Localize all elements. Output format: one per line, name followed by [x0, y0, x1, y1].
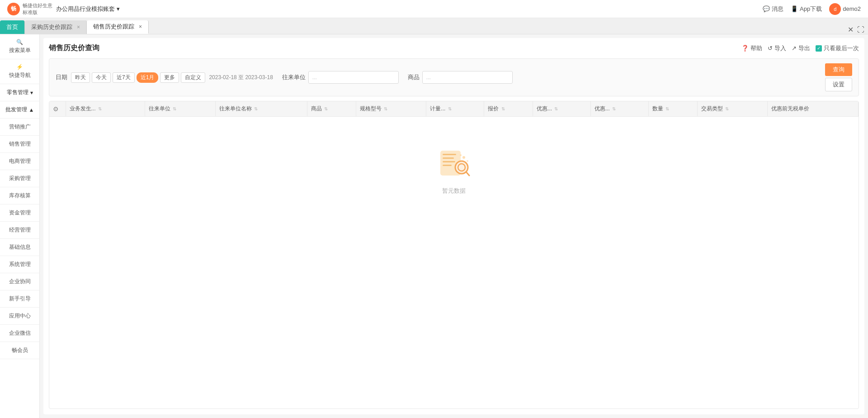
sidebar-item-search-menu[interactable]: 🔍 搜索菜单 — [0, 34, 39, 59]
sort-arrows-6[interactable]: ⇅ — [448, 106, 452, 111]
import-icon: ↺ — [768, 45, 773, 52]
tab-purchase-history[interactable]: 采购历史价跟踪 × — [25, 20, 87, 34]
sidebar-item-purchase[interactable]: 采购管理 — [0, 170, 39, 187]
tab-sales-close-icon[interactable]: × — [139, 24, 142, 30]
gear-icon: ⚙ — [53, 105, 59, 113]
tab-home[interactable]: 首页 — [0, 20, 25, 34]
sidebar-item-corp-agreement[interactable]: 企业协同 — [0, 273, 39, 290]
date-btn-today[interactable]: 今天 — [92, 72, 111, 83]
col-goods-label: 商品 — [311, 105, 322, 112]
col-trade-type-label: 交易类型 — [701, 105, 723, 112]
svg-point-8 — [462, 156, 465, 159]
goods-label: 商品 — [408, 73, 420, 81]
sidebar-item-basic-info[interactable]: 基础信息 — [0, 239, 39, 256]
svg-point-9 — [467, 160, 468, 162]
svg-rect-3 — [443, 161, 455, 162]
sort-arrows-7[interactable]: ⇅ — [501, 106, 505, 111]
message-button[interactable]: 💬 消息 — [763, 5, 783, 13]
data-table: ⚙ 业务发生... ⇅ 往来单位 ⇅ 往来单位名称 — [49, 101, 859, 117]
sort-arrows-10[interactable]: ⇅ — [665, 106, 669, 111]
chevron-down-icon: ▾ — [30, 90, 33, 96]
col-pre-tax-price: 优惠前无税单价 — [768, 101, 859, 117]
import-button[interactable]: ↺ 导入 — [768, 44, 786, 52]
col-settings[interactable]: ⚙ — [49, 101, 66, 117]
tab-purchase-close-icon[interactable]: × — [77, 24, 80, 30]
sort-arrows-3[interactable]: ⇅ — [254, 106, 258, 111]
sidebar-item-finance[interactable]: 资金管理 — [0, 204, 39, 222]
sidebar-item-sys-settings[interactable]: 系统管理 — [0, 256, 39, 273]
col-qty-label: 数量 — [652, 105, 663, 112]
sidebar-item-inventory[interactable]: 库存核算 — [0, 187, 39, 204]
sidebar-item-operations[interactable]: 经营管理 — [0, 222, 39, 239]
col-spec: 规格型号 ⇅ — [356, 101, 426, 117]
tab-bar-right: ✕ ⛶ — [848, 25, 868, 34]
app-download-button[interactable]: 📱 App下载 — [791, 5, 822, 13]
page-container: 销售历史价查询 ❓ 帮助 ↺ 导入 ↗ 导出 — [43, 38, 864, 414]
title-actions: ❓ 帮助 ↺ 导入 ↗ 导出 ✓ 只看最后一 — [741, 44, 859, 52]
sort-arrows-5[interactable]: ⇅ — [384, 106, 387, 111]
export-button[interactable]: ↗ 导出 — [792, 44, 810, 52]
tab-fullscreen-button[interactable]: ⛶ — [857, 26, 864, 34]
main-layout: 🔍 搜索菜单 ⚡ 快捷导航 零售管理 ▾ 批发管理 ▲ 营销推广 销售管理 电商… — [0, 34, 868, 418]
partner-filter-group: 往来单位 — [282, 71, 399, 84]
col-partner-name-label: 往来单位名称 — [219, 105, 252, 112]
empty-state: 暂元数据 — [49, 117, 859, 222]
date-btn-1month[interactable]: 近1月 — [137, 72, 159, 83]
col-partner-code: 往来单位 ⇅ — [145, 101, 215, 117]
svg-line-7 — [466, 172, 469, 176]
date-btn-more[interactable]: 更多 — [160, 72, 179, 83]
app-selector[interactable]: 办公用品行业模拟账套 ▾ — [56, 5, 120, 13]
col-qty: 数量 ⇅ — [648, 101, 697, 117]
goods-input[interactable] — [422, 71, 513, 84]
tab-sales-history[interactable]: 销售历史价跟踪 × — [87, 20, 149, 34]
date-btn-7days[interactable]: 近7天 — [113, 72, 135, 83]
sort-arrows[interactable]: ⇅ — [98, 106, 102, 111]
sidebar-item-marketing[interactable]: 营销推广 — [0, 119, 39, 136]
sidebar-item-app-center[interactable]: 应用中心 — [0, 308, 39, 325]
logo-text: 畅捷信好生意 标准版 — [23, 2, 52, 15]
avatar: d — [829, 3, 841, 15]
col-partner-name: 往来单位名称 ⇅ — [215, 101, 307, 117]
sort-arrows-4[interactable]: ⇅ — [324, 106, 328, 111]
top-bar: 畅 畅捷信好生意 标准版 办公用品行业模拟账套 ▾ 💬 消息 📱 App下载 d… — [0, 0, 868, 18]
search-icon: 🔍 — [16, 39, 23, 45]
col-discount2-label: 优惠... — [594, 105, 610, 112]
col-quote: 报价 ⇅ — [484, 101, 533, 117]
only-last-checkbox-label: ✓ 只看最后一次 — [816, 44, 859, 52]
svg-point-10 — [460, 154, 462, 156]
sidebar-item-ecommerce[interactable]: 电商管理 — [0, 153, 39, 170]
sort-arrows-11[interactable]: ⇅ — [725, 106, 729, 111]
tab-close-all-button[interactable]: ✕ — [848, 25, 854, 34]
empty-text: 暂元数据 — [442, 187, 466, 195]
filter-action-buttons: 查询 设置 — [825, 63, 852, 91]
user-menu[interactable]: d demo2 — [829, 3, 861, 15]
col-biz-date-label: 业务发生... — [70, 105, 96, 112]
help-button[interactable]: ❓ 帮助 — [741, 44, 762, 52]
nav-icon: ⚡ — [16, 64, 23, 70]
date-btn-custom[interactable]: 自定义 — [181, 72, 205, 83]
setting-button[interactable]: 设置 — [825, 78, 852, 91]
top-bar-right: 💬 消息 📱 App下载 d demo2 — [763, 3, 861, 15]
sort-arrows-8[interactable]: ⇅ — [554, 106, 558, 111]
query-button[interactable]: 查询 — [825, 63, 852, 76]
sidebar-item-corp-wechat[interactable]: 企业微信 — [0, 325, 39, 342]
sidebar-item-new-guide[interactable]: 新手引导 — [0, 290, 39, 308]
sidebar-item-quick-nav[interactable]: ⚡ 快捷导航 — [0, 59, 39, 84]
sort-arrows-9[interactable]: ⇅ — [612, 106, 616, 111]
sidebar-item-sales-mgmt[interactable]: 销售管理 — [0, 136, 39, 153]
partner-input[interactable] — [308, 71, 399, 84]
sort-arrows-2[interactable]: ⇅ — [173, 106, 176, 111]
goods-filter-group: 商品 — [408, 71, 513, 84]
col-discount1-label: 优惠... — [537, 105, 552, 112]
page-title-bar: 销售历史价查询 ❓ 帮助 ↺ 导入 ↗ 导出 — [49, 43, 859, 53]
sidebar-item-wholesale-mgmt[interactable]: 批发管理 ▲ — [0, 101, 39, 119]
sidebar-item-retail-mgmt[interactable]: 零售管理 ▾ — [0, 84, 39, 101]
only-last-checkbox[interactable]: ✓ — [816, 45, 822, 52]
logo-icon: 畅 — [7, 3, 20, 15]
col-partner-code-label: 往来单位 — [149, 105, 170, 112]
sidebar-item-vip[interactable]: 畅会员 — [0, 342, 39, 359]
date-btn-yesterday[interactable]: 昨天 — [71, 72, 90, 83]
sidebar: 🔍 搜索菜单 ⚡ 快捷导航 零售管理 ▾ 批发管理 ▲ 营销推广 销售管理 电商… — [0, 34, 40, 418]
tab-bar: 首页 采购历史价跟踪 × 销售历史价跟踪 × ✕ ⛶ — [0, 18, 868, 34]
date-label: 日期 — [56, 73, 67, 81]
